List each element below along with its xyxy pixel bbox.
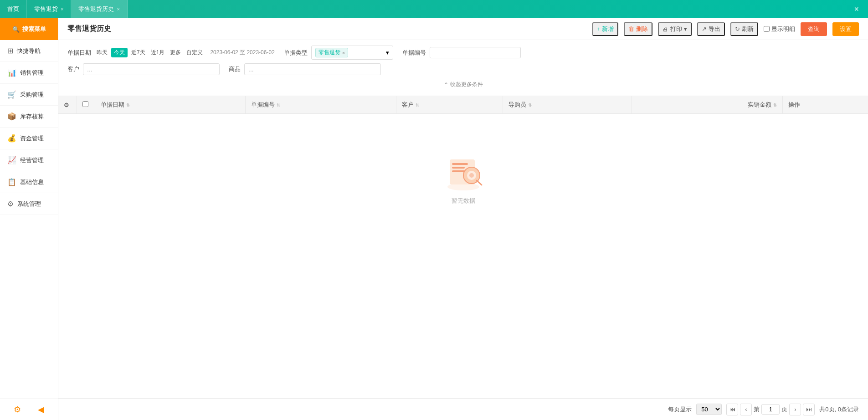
collapse-sidebar-icon[interactable]: ◀	[38, 405, 44, 415]
sidebar-item-inventory[interactable]: 📦 库存核算	[0, 106, 58, 128]
filter-area: 单据日期 昨天 今天 近7天 近1月 更多 自定义 2023-06-02 至 2…	[58, 40, 868, 96]
sidebar-item-basicinfo[interactable]: 📋 基础信息	[0, 171, 58, 193]
sidebar-item-finance[interactable]: 💰 资金管理	[0, 128, 58, 149]
table-body: 暂无数据	[58, 114, 868, 242]
inventory-icon: 📦	[7, 112, 16, 121]
th-date-sort-icon[interactable]: ⇅	[126, 102, 130, 108]
settings-button[interactable]: 设置	[832, 22, 859, 36]
date-opt-today[interactable]: 今天	[111, 48, 128, 57]
sidebar-item-purchase[interactable]: 🛒 采购管理	[0, 84, 58, 106]
th-customer-sort-icon[interactable]: ⇅	[416, 102, 419, 108]
show-detail-checkbox-label[interactable]: 显示明细	[764, 25, 795, 33]
add-button[interactable]: + 新增	[592, 22, 618, 36]
tab-home[interactable]: 首页	[0, 0, 27, 18]
date-opt-7days[interactable]: 近7天	[129, 48, 147, 57]
finance-icon: 💰	[7, 134, 16, 143]
th-amount-sort-icon[interactable]: ⇅	[773, 102, 777, 108]
code-filter-input[interactable]	[430, 47, 521, 58]
page-label: 第	[754, 405, 760, 414]
query-button[interactable]: 查询	[801, 22, 827, 36]
sidebar-search-button[interactable]: 🔍 搜索菜单	[0, 18, 58, 40]
table-area: ⚙ 单据日期 ⇅ 单据编号	[58, 96, 868, 398]
data-table: ⚙ 单据日期 ⇅ 单据编号	[58, 96, 868, 241]
date-filter-label: 单据日期	[67, 49, 91, 57]
empty-state-row: 暂无数据	[58, 114, 868, 242]
table-header-row: ⚙ 单据日期 ⇅ 单据编号	[58, 96, 868, 114]
date-filter: 单据日期 昨天 今天 近7天 近1月 更多 自定义 2023-06-02 至 2…	[67, 48, 275, 57]
page-number-input[interactable]	[761, 404, 780, 415]
export-label: 导出	[709, 25, 720, 33]
goods-filter: 商品 ...	[229, 63, 381, 75]
window-close-button[interactable]: ×	[850, 5, 863, 14]
code-filter-label: 单据编号	[402, 49, 426, 57]
table-settings-icon[interactable]: ⚙	[64, 102, 69, 108]
type-filter-label: 单据类型	[284, 49, 308, 57]
th-code-sort-icon[interactable]: ⇅	[277, 102, 280, 108]
sidebar-item-inventory-label: 库存核算	[20, 113, 44, 121]
total-info: 共0页, 0条记录	[819, 405, 859, 414]
collapse-label: 收起更多条件	[450, 81, 483, 88]
type-tag-text: 零售退货	[318, 49, 340, 56]
print-button[interactable]: 🖨 打印 ▾	[658, 22, 692, 36]
tab-retail-return-history[interactable]: 零售退货历史 ×	[71, 0, 127, 18]
sidebar-item-quicknav-label: 快捷导航	[17, 47, 41, 55]
sidebar-item-finance-label: 资金管理	[20, 134, 44, 143]
type-tag-close[interactable]: ×	[342, 50, 345, 56]
th-guide-sort-icon[interactable]: ⇅	[528, 102, 532, 108]
th-guide: 导购员 ⇅	[503, 96, 632, 114]
date-options: 昨天 今天 近7天 近1月 更多 自定义	[95, 48, 205, 57]
page-nav: ⏮ ‹ 第 页 › ⏭	[726, 404, 815, 415]
empty-state-text: 暂无数据	[452, 197, 475, 205]
date-opt-custom[interactable]: 自定义	[185, 48, 205, 57]
prev-page-button[interactable]: ‹	[740, 404, 752, 415]
refresh-button[interactable]: ↻ 刷新	[730, 22, 758, 36]
date-opt-yesterday[interactable]: 昨天	[95, 48, 109, 57]
system-icon: ⚙	[7, 200, 14, 208]
type-filter-select[interactable]: 零售退货 × ▾	[311, 46, 393, 60]
th-code-label: 单据编号	[251, 101, 275, 109]
svg-point-8	[469, 173, 474, 178]
grid-icon: ⊞	[7, 46, 13, 55]
filter-row-1: 单据日期 昨天 今天 近7天 近1月 更多 自定义 2023-06-02 至 2…	[67, 46, 859, 60]
top-bar: 首页 零售退货 × 零售退货历史 × ×	[0, 0, 868, 18]
date-opt-more[interactable]: 更多	[168, 48, 183, 57]
select-all-checkbox[interactable]	[82, 101, 88, 107]
settings-bottom-icon[interactable]: ⚙	[14, 405, 21, 415]
goods-ellipsis: ...	[248, 66, 254, 73]
goods-filter-input[interactable]: ...	[244, 63, 381, 75]
sidebar-nav: ⊞ 快捷导航 📊 销售管理 🛒 采购管理 📦 库存核算 💰 资金管理 📈	[0, 40, 58, 399]
th-settings[interactable]: ⚙	[58, 96, 77, 114]
show-detail-checkbox[interactable]	[764, 26, 770, 32]
first-page-button[interactable]: ⏮	[726, 404, 738, 415]
last-page-button[interactable]: ⏭	[803, 404, 815, 415]
operations-icon: 📈	[7, 156, 16, 164]
sidebar-item-system[interactable]: ⚙ 系统管理	[0, 193, 58, 215]
export-button[interactable]: ↗ 导出	[697, 22, 725, 36]
tab-retail-return[interactable]: 零售退货 ×	[27, 0, 71, 18]
th-customer: 客户 ⇅	[396, 96, 503, 114]
collapse-button[interactable]: ⌃ 收起更多条件	[67, 79, 859, 90]
top-bar-right: ×	[850, 5, 868, 14]
th-code: 单据编号 ⇅	[246, 96, 396, 114]
refresh-label: 刷新	[742, 25, 754, 33]
customer-filter-label: 客户	[67, 65, 79, 73]
sidebar-item-operations[interactable]: 📈 经营管理	[0, 149, 58, 171]
customer-filter-input[interactable]: ...	[83, 63, 220, 75]
next-page-button[interactable]: ›	[789, 404, 801, 415]
page-actions: + 新增 🗑 删除 🖨 打印 ▾ ↗ 导出 ↻ 刷新 显示明细	[592, 22, 859, 36]
purchase-icon: 🛒	[7, 90, 16, 99]
type-tag: 零售退货 ×	[315, 48, 348, 57]
date-opt-1month[interactable]: 近1月	[149, 48, 167, 57]
tab-retail-return-history-close[interactable]: ×	[117, 6, 119, 12]
sidebar-item-sales[interactable]: 📊 销售管理	[0, 62, 58, 84]
sidebar-item-system-label: 系统管理	[17, 200, 41, 208]
th-guide-label: 导购员	[508, 101, 526, 109]
tab-retail-return-close[interactable]: ×	[61, 6, 63, 12]
delete-button[interactable]: 🗑 删除	[624, 22, 652, 36]
sidebar-item-quicknav[interactable]: ⊞ 快捷导航	[0, 40, 58, 62]
print-dropdown-icon: ▾	[684, 26, 687, 32]
code-filter: 单据编号	[402, 47, 521, 58]
th-checkbox[interactable]	[77, 96, 95, 114]
per-page-select[interactable]: 10 20 50 100	[696, 404, 722, 415]
sidebar-item-operations-label: 经营管理	[20, 156, 44, 164]
